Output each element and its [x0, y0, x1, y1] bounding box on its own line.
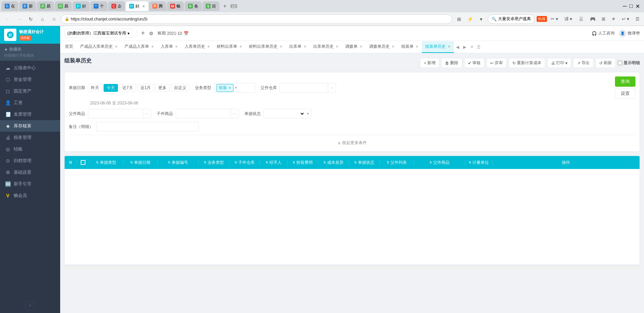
date-btn-today[interactable]: 今天 — [104, 84, 118, 92]
th-checkbox[interactable] — [77, 160, 89, 165]
nav-tab-in-history-close[interactable]: ✕ — [207, 45, 210, 48]
th-sort-icon-parent-list[interactable]: ⇅ — [387, 161, 389, 164]
sidebar-item-fixed-assets[interactable]: ◻ 固定资产 — [0, 85, 60, 97]
delete-button[interactable]: 🗑 删除 — [441, 58, 462, 68]
nav-tab-material-out-history-close[interactable]: ✕ — [280, 45, 282, 48]
notes-input[interactable] — [96, 122, 199, 131]
nav-tab-out-history[interactable]: 出库单历史 ✕ — [310, 41, 342, 53]
browser-tab-4[interactable]: 易 易 — [55, 1, 72, 11]
period-selector[interactable]: 账期 2021-10 📅 — [158, 30, 189, 36]
export-button[interactable]: ↗ 导出 — [573, 58, 593, 68]
undo-icon[interactable]: ↩ ▾ — [620, 16, 631, 22]
tab-close-8[interactable]: ✕ — [142, 4, 145, 8]
browser-tab-9[interactable]: 腾 腾 — [149, 1, 166, 11]
nav-tab-out-order[interactable]: 出库单 ✕ — [286, 41, 310, 53]
dropdown-btn[interactable]: ▾ — [476, 14, 486, 24]
tabs-settings-icon[interactable]: ☰ — [475, 45, 482, 49]
emoji-icon[interactable]: 🐰 — [577, 16, 586, 22]
th-sort-icon-doc-date[interactable]: ⇅ — [130, 161, 133, 164]
url-bar[interactable]: 🔒 https://cloud.chanjet.com/accounting/u… — [61, 14, 452, 24]
browser-tab-6[interactable]: 个 个 — [90, 1, 107, 11]
translate-icon[interactable]: 译 ▾ — [563, 15, 574, 23]
browser-tab-12[interactable]: S 目 — [202, 1, 219, 11]
filter-settings-button[interactable]: 设置 — [615, 88, 635, 99]
th-sort-icon-doc-status[interactable]: ⇅ — [354, 161, 357, 164]
favorite-title[interactable]: ★ 收藏夹 — [4, 46, 56, 52]
maximize-btn[interactable]: □ — [629, 3, 633, 10]
th-sort-icon-disassembly-cost[interactable]: ⇅ — [293, 161, 295, 164]
th-sort-icon-parent-goods[interactable]: ⇅ — [429, 161, 432, 164]
browser-tab-1[interactable]: 在 在 — [1, 1, 18, 11]
th-sort-icon-unit[interactable]: ⇅ — [469, 161, 471, 164]
th-sort-icon-biz-type[interactable]: ⇅ — [204, 161, 206, 164]
browser-tab-7[interactable]: C 企 — [108, 1, 125, 11]
minimize-btn[interactable]: ─ — [623, 3, 627, 10]
browser-tab-8[interactable]: 好 好 ✕ — [126, 1, 148, 11]
settings-btn-header[interactable]: ⚙ — [148, 31, 155, 36]
nav-tab-produce-in[interactable]: 产成品入库单 ✕ — [121, 41, 157, 53]
sidebar-add-btn[interactable]: + — [25, 301, 35, 310]
query-button[interactable]: 查询 — [615, 76, 635, 87]
refresh-button[interactable]: ↺ 刷新 — [595, 58, 616, 68]
home-btn[interactable]: ⌂ — [38, 14, 47, 24]
print-button[interactable]: 🖨 打印 ▾ — [547, 58, 571, 68]
nav-tab-assemble-close[interactable]: ✕ — [416, 45, 418, 48]
date-btn-more[interactable]: 更多 — [155, 84, 170, 92]
parent-warehouse-more-btn[interactable]: ··· — [328, 83, 336, 92]
cut-icon[interactable]: ✂ ▾ — [549, 16, 560, 22]
browser-tab-10[interactable]: M 畅 — [167, 1, 184, 11]
th-settings[interactable]: ⚙ — [65, 160, 77, 165]
nav-tab-in-order-close[interactable]: ✕ — [175, 45, 178, 48]
sidebar-item-basic-settings[interactable]: ⚙ 基础设置 — [0, 167, 60, 178]
favorite-sub-text[interactable]: 快捷键打开收藏夹 — [4, 53, 56, 58]
sidebar-favorite[interactable]: ★ 收藏夹 快捷键打开收藏夹 — [0, 44, 60, 61]
grid-icon[interactable]: ⊞ — [600, 16, 607, 22]
sidebar-item-tax-mgmt[interactable]: 🖨 税务管理 — [0, 132, 60, 143]
abandon-button[interactable]: ↩ 弃审 — [486, 58, 507, 68]
sidebar-item-cloud-report[interactable]: ☁ 云报表中心 — [0, 62, 60, 74]
search-box[interactable]: 🔍 大量安卓用户逃离 — [488, 14, 535, 24]
nav-tab-in-order[interactable]: 入库单 ✕ — [157, 41, 181, 53]
parent-goods-input[interactable] — [88, 111, 143, 116]
nav-tab-assemble-history-close[interactable]: ✕ — [448, 45, 451, 48]
child-goods-input[interactable] — [176, 111, 231, 116]
nav-tab-out-history-close[interactable]: ✕ — [336, 45, 338, 48]
nav-tab-in-history[interactable]: 入库单历史 ✕ — [181, 41, 213, 53]
add-company-btn[interactable]: + — [141, 30, 145, 37]
user-info[interactable]: 👤 徐泽华 — [619, 30, 640, 37]
nav-tab-assemble[interactable]: 组装单 ✕ — [398, 41, 422, 53]
nav-tab-material-out-close[interactable]: ✕ — [239, 45, 242, 48]
date-btn-custom[interactable]: 自定义 — [171, 84, 189, 92]
sidebar-item-invoice-mgmt[interactable]: 🧾 发票管理 — [0, 109, 60, 120]
parent-goods-more-btn[interactable]: ··· — [143, 109, 151, 118]
parent-warehouse-input[interactable] — [280, 85, 328, 90]
nav-tab-assemble-history[interactable]: 组装单历史 ✕ — [422, 41, 454, 53]
company-selector[interactable]: (勿删勿禁用）江西服宝测试专用 ▾ — [64, 29, 133, 38]
date-btn-7days[interactable]: 近7天 — [119, 84, 136, 92]
sun-icon[interactable]: ☀ — [610, 16, 617, 22]
browser-tab-3[interactable]: 易 易 — [37, 1, 54, 11]
nav-tab-material-out[interactable]: 材料出库单 ✕ — [213, 41, 245, 53]
nav-tab-produce-in-history-close[interactable]: ✕ — [115, 45, 118, 48]
date-btn-1month[interactable]: 近1月 — [137, 84, 154, 92]
menu-icon[interactable]: ☰ — [634, 16, 641, 22]
nav-tab-home[interactable]: 首页 — [62, 41, 77, 53]
sidebar-item-fund-mgmt[interactable]: ⬡ 资金管理 — [0, 74, 60, 85]
new-tab-button[interactable]: + — [220, 1, 230, 11]
business-type-tag[interactable]: 组装 ✕ — [216, 84, 233, 92]
flash-btn[interactable]: ⚡ — [465, 14, 475, 24]
tabs-close-all[interactable]: ✕ — [468, 45, 475, 49]
nav-tab-material-out-history[interactable]: 材料出库单历史 ✕ — [245, 41, 286, 53]
forward-btn[interactable]: → — [14, 14, 24, 24]
header-checkbox[interactable] — [81, 160, 85, 165]
nav-tab-allocation-history-close[interactable]: ✕ — [392, 45, 394, 48]
nav-tab-allocation-history[interactable]: 调拨单历史 ✕ — [366, 41, 398, 53]
th-sort-icon-handler[interactable]: ⇅ — [266, 161, 268, 164]
sidebar-item-settlement[interactable]: ◎ 结账 — [0, 143, 60, 155]
tabs-arrow-left[interactable]: ◀ — [454, 45, 461, 49]
reload-btn[interactable]: ↻ — [26, 14, 36, 24]
tabs-arrow-right[interactable]: ▶ — [461, 45, 468, 49]
business-type-input-wrapper[interactable]: 组装 ✕ ▾ — [214, 83, 255, 93]
nav-tab-out-order-close[interactable]: ✕ — [304, 45, 306, 48]
display-detail-checkbox[interactable] — [618, 61, 622, 65]
